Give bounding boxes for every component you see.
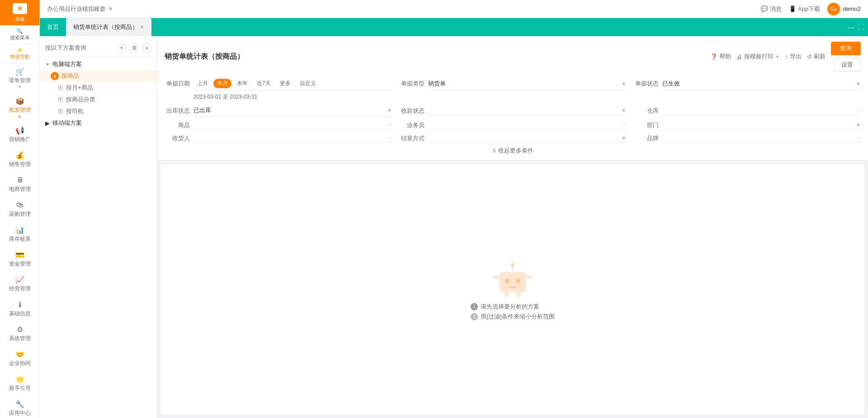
sidebar-item-operation-label: 经营管理 <box>9 285 31 293</box>
system-icon: ⚙ <box>15 325 24 334</box>
topbar: 办公用品行业模拟账套 ▼ 💬 消息 📱 App下载 Ea demo2 <box>40 0 868 18</box>
date-pill-last-month[interactable]: 上月 <box>193 79 212 88</box>
salesman-filter-value[interactable]: ··· <box>428 120 627 130</box>
product-more-icon[interactable]: ··· <box>387 122 392 128</box>
sidebar-item-enterprise[interactable]: 🤝 企业协同 <box>0 346 39 371</box>
tree-desktop-root[interactable]: ▼ 电脑端方案 <box>40 58 157 70</box>
salesman-more-icon[interactable]: ··· <box>622 122 626 128</box>
sidebar-item-inventory[interactable]: 📊 库存核算 <box>0 222 39 247</box>
export-action[interactable]: ↑ 导出 <box>785 52 802 61</box>
brand-filter-value[interactable]: ··· <box>662 133 861 143</box>
app-download-action[interactable]: 📱 App下载 <box>789 5 820 13</box>
topbar-title-arrow[interactable]: ▼ <box>108 5 113 12</box>
add-scheme-button[interactable]: + <box>117 43 126 52</box>
docstatus-filter-value[interactable]: 已生效 ▼ <box>662 78 861 90</box>
retail-arrow: ▼ <box>18 85 22 89</box>
date-filter-value[interactable]: 上月 本月 本年 近7天 更多 自定义 <box>193 77 392 90</box>
marketing-icon: 📢 <box>15 126 24 135</box>
sidebar-item-guide[interactable]: 🌟 新手引导 <box>0 371 39 396</box>
collapse-panel-button[interactable]: « <box>142 43 151 52</box>
brand-more-icon[interactable]: ··· <box>857 135 861 141</box>
tree-by-clerk[interactable]: 图 按司机 <box>40 105 157 117</box>
avatar: Ea <box>827 3 840 15</box>
date-pill-this-month[interactable]: 本月 <box>213 79 231 88</box>
setting-button[interactable]: 设置 <box>834 58 861 71</box>
filter-header: 销货单统计表（按商品） ❓ 帮助 🖨 按模板打印 ▼ ↑ <box>157 36 868 161</box>
collapse-label: 收起更多条件 <box>498 147 533 154</box>
sidebar-item-marketing[interactable]: 📢 营销推广 <box>0 122 39 147</box>
sidebar-item-ecom[interactable]: 🖥 电商管理 <box>0 172 39 197</box>
collapse-arrow-icon: ∧ <box>492 147 497 154</box>
refresh-action[interactable]: ↺ 刷新 <box>807 52 826 61</box>
collapse-button[interactable]: ∧ 收起更多条件 <box>165 143 861 157</box>
topbar-title: 办公用品行业模拟账套 ▼ <box>47 5 113 13</box>
product-filter-value[interactable]: ··· <box>193 120 392 130</box>
by-product-label: 按商品 <box>61 72 79 80</box>
filter-title-row: 销货单统计表（按商品） ❓ 帮助 🖨 按模板打印 ▼ ↑ <box>165 42 861 71</box>
sidebar-item-finance[interactable]: 💳 资金管理 <box>0 247 39 271</box>
topbar-actions: 💬 消息 📱 App下载 Ea demo2 <box>761 3 861 15</box>
filter-row-warehouse: 仓库 ··· <box>633 104 861 117</box>
query-btn-area: 查询 设置 <box>831 42 861 71</box>
user-name: demo2 <box>843 5 861 12</box>
settings-scheme-button[interactable]: ⚙ <box>130 43 139 52</box>
message-action[interactable]: 💬 消息 <box>761 5 782 13</box>
sidebar-item-operation[interactable]: 📈 经营管理 <box>0 271 39 296</box>
sidebar-item-wholesale[interactable]: 📦 批发管理 ▲ <box>0 93 39 122</box>
date-pill-more[interactable]: 更多 <box>276 79 294 88</box>
empty-text: 1 请先选择要分析的方案 2 用[过滤]条件来缩小分析范围 <box>471 303 554 321</box>
tree-mobile-root[interactable]: ▶ 移动端方案 <box>40 117 157 129</box>
tree-by-month-product[interactable]: 图 按月+商品 <box>40 82 157 94</box>
print-action[interactable]: 🖨 按模板打印 ▼ <box>736 52 780 61</box>
doctype-filter-value[interactable]: 销货单 ▼ <box>428 78 627 90</box>
filter-row-product: 商品 ··· <box>165 120 392 130</box>
dept-filter-value[interactable]: ▼ <box>662 120 861 130</box>
sidebar-search-item[interactable]: 🔍 搜索菜单 <box>0 25 39 44</box>
tab-sales-stat[interactable]: 销货单统计表（按商品） ✕ <box>66 18 151 36</box>
sidebar-nav-item[interactable]: ⚡ 快捷导航 <box>0 44 39 63</box>
by-clerk-label: 按司机 <box>66 107 84 115</box>
empty-state: 1 请先选择要分析的方案 2 用[过滤]条件来缩小分析范围 <box>471 258 554 321</box>
tree-by-category[interactable]: 图 按商品分类 <box>40 94 157 105</box>
warehouse-filter-value[interactable]: ··· <box>662 106 861 115</box>
by-category-label: 按商品分类 <box>66 95 95 104</box>
filter-title: 销货单统计表（按商品） <box>165 52 244 62</box>
tab-maximize-icon[interactable]: ⛶ <box>858 24 864 31</box>
refresh-icon: ↺ <box>807 53 812 60</box>
help-action[interactable]: ❓ 帮助 <box>710 52 731 61</box>
date-pill-custom[interactable]: 自定义 <box>296 79 320 88</box>
app-download-label: App下载 <box>798 5 820 13</box>
wholesale-arrow: ▲ <box>18 114 22 119</box>
query-button[interactable]: 查询 <box>831 42 861 55</box>
receiptstatus-filter-value[interactable]: ▼ <box>428 106 627 115</box>
tab-home[interactable]: 首页 <box>40 18 66 36</box>
sidebar-item-appstore[interactable]: 🔧 应用中心 <box>0 396 39 418</box>
sidebar-item-purchase-label: 采购管理 <box>9 210 31 218</box>
user-action[interactable]: Ea demo2 <box>827 3 861 15</box>
product-label: 商品 <box>165 121 190 129</box>
recipient-filter-value[interactable]: ··· <box>193 133 392 143</box>
recipient-more-icon[interactable]: ··· <box>387 135 392 141</box>
filter-row-recipient: 收货人 ··· <box>165 133 392 143</box>
sidebar-item-retail[interactable]: 🛒 零售管理 ▼ <box>0 63 39 93</box>
sidebar-item-purchase[interactable]: 🛍 采购管理 <box>0 197 39 222</box>
sidebar-item-basic-label: 基础信息 <box>9 310 31 318</box>
warehouse-more-icon[interactable]: ··· <box>857 108 861 113</box>
right-panel: 销货单统计表（按商品） ❓ 帮助 🖨 按模板打印 ▼ ↑ <box>157 36 868 418</box>
tab-sales-stat-close[interactable]: ✕ <box>140 24 144 30</box>
payment-filter-value[interactable]: ▼ <box>428 133 627 143</box>
outstatus-value: 已出库 <box>193 106 385 114</box>
sidebar-item-system[interactable]: ⚙ 系统管理 <box>0 321 39 346</box>
tab-minimize-icon[interactable]: — <box>848 24 854 31</box>
outstatus-filter-value[interactable]: 已出库 ▼ <box>193 104 392 117</box>
left-panel-title: 按以下方案查询 <box>45 44 86 52</box>
help-icon: ❓ <box>710 53 717 60</box>
by-category-icon: 图 <box>58 96 63 104</box>
tree-by-product[interactable]: ● 按商品 <box>40 70 157 82</box>
date-pill-this-year[interactable]: 本年 <box>233 79 251 88</box>
svg-rect-7 <box>526 276 533 279</box>
main-area: 办公用品行业模拟账套 ▼ 💬 消息 📱 App下载 Ea demo2 首页 <box>40 0 868 418</box>
sidebar-item-basic[interactable]: ℹ 基础信息 <box>0 296 39 321</box>
sidebar-item-sales[interactable]: 💰 销售管理 <box>0 147 39 172</box>
date-pill-7days[interactable]: 近7天 <box>253 79 274 88</box>
